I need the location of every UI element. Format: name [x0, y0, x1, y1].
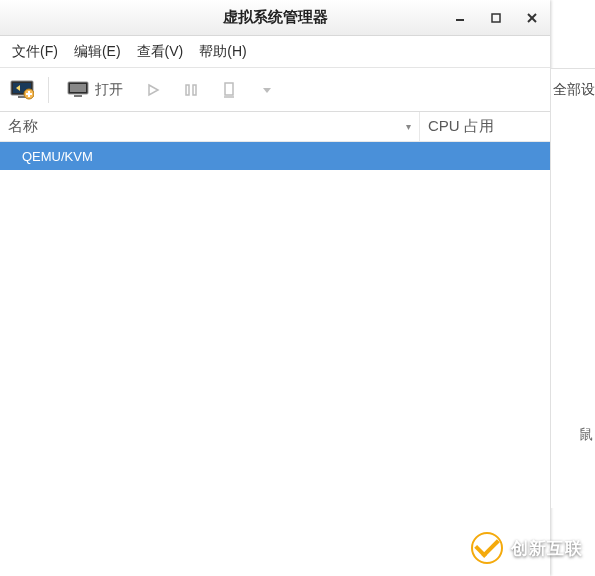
column-cpu[interactable]: CPU 占用: [420, 112, 550, 141]
column-name[interactable]: 名称 ▾: [0, 112, 420, 141]
menu-help[interactable]: 帮助(H): [191, 39, 254, 65]
connection-row[interactable]: QEMU/KVM: [0, 142, 550, 170]
watermark-check-icon: [471, 532, 503, 564]
menubar: 文件(F) 编辑(E) 查看(V) 帮助(H): [0, 36, 550, 68]
svg-rect-15: [186, 85, 189, 95]
play-icon: [146, 83, 160, 97]
svg-rect-17: [225, 83, 233, 95]
sort-indicator-icon: ▾: [406, 121, 411, 132]
menu-edit[interactable]: 编辑(E): [66, 39, 129, 65]
pause-button[interactable]: [175, 74, 207, 106]
connection-label: QEMU/KVM: [22, 149, 93, 164]
right-panel: 全部设 鼠: [550, 68, 595, 508]
new-vm-button[interactable]: [6, 74, 38, 106]
menu-view[interactable]: 查看(V): [129, 39, 192, 65]
svg-marker-19: [263, 88, 271, 93]
close-button[interactable]: [518, 6, 546, 30]
svg-rect-13: [74, 95, 82, 97]
maximize-button[interactable]: [482, 6, 510, 30]
open-label: 打开: [95, 81, 123, 99]
window-controls: [446, 0, 546, 36]
toolbar: 打开: [0, 68, 550, 112]
shutdown-button[interactable]: [213, 74, 245, 106]
right-mid-label: 鼠: [579, 426, 593, 444]
column-name-label: 名称: [8, 117, 38, 136]
open-button[interactable]: 打开: [59, 74, 131, 106]
right-top-label: 全部设: [553, 81, 595, 99]
column-cpu-label: CPU 占用: [428, 117, 494, 136]
monitor-new-icon: [10, 80, 34, 100]
menu-file[interactable]: 文件(F): [4, 39, 66, 65]
svg-rect-1: [492, 14, 500, 22]
shutdown-menu-button[interactable]: [251, 74, 283, 106]
svg-rect-12: [70, 84, 86, 92]
stop-icon: [222, 82, 236, 98]
column-headers: 名称 ▾ CPU 占用: [0, 112, 550, 142]
watermark: 创新互联: [471, 532, 583, 564]
monitor-icon: [67, 81, 89, 99]
run-button[interactable]: [137, 74, 169, 106]
vm-list[interactable]: QEMU/KVM: [0, 142, 550, 576]
toolbar-separator: [48, 77, 49, 103]
chevron-down-icon: [262, 85, 272, 95]
pause-icon: [184, 83, 198, 97]
svg-rect-10: [26, 93, 32, 95]
watermark-text: 创新互联: [511, 537, 583, 560]
svg-rect-16: [193, 85, 196, 95]
main-window: 虚拟系统管理器 文件(F) 编辑(E) 查看(V) 帮助(H): [0, 0, 550, 576]
minimize-button[interactable]: [446, 6, 474, 30]
svg-marker-14: [149, 85, 158, 95]
titlebar: 虚拟系统管理器: [0, 0, 550, 36]
